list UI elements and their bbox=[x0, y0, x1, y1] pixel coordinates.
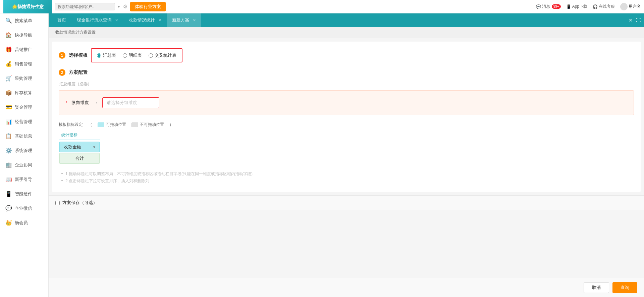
tab-bank-flow-label: 现金银行流水查询 bbox=[77, 17, 112, 23]
required-mark: * bbox=[66, 100, 67, 105]
download-button[interactable]: 📱 App下载 bbox=[566, 4, 587, 9]
service-button[interactable]: 🎧 在线客服 bbox=[593, 4, 615, 9]
sidebar-item-guide[interactable]: 📖 新手引导 bbox=[0, 172, 48, 187]
search-input[interactable] bbox=[55, 3, 115, 10]
legend-non-draggable: 不可拖动位置 bbox=[131, 122, 164, 128]
sidebar-item-quick-nav[interactable]: 🏠 快捷导航 bbox=[0, 28, 48, 42]
radio-cross-label: 交叉统计表 bbox=[155, 52, 176, 58]
cancel-button[interactable]: 取消 bbox=[584, 282, 609, 293]
step2-header: 2 方案配置 bbox=[59, 69, 634, 76]
radio-summary-label: 汇总表 bbox=[103, 52, 116, 58]
radio-summary[interactable]: 汇总表 bbox=[97, 52, 116, 58]
tips-section: 1.拖动标题栏可以调整布局，不可跨维度或指标区域拖动栏目字段(只能在同一维度或指… bbox=[59, 171, 634, 184]
sidebar-item-system[interactable]: ⚙️ 系统管理 bbox=[0, 143, 48, 158]
indicator-settings-title: 模板指标设定 bbox=[59, 122, 83, 128]
dimension-selector[interactable]: 请选择分组维度 bbox=[102, 97, 159, 108]
member-icon: 👑 bbox=[5, 219, 12, 226]
tip1: 1.拖动标题栏可以调整布局，不可跨维度或指标区域拖动栏目字段(只能在同一维度或指… bbox=[59, 171, 634, 177]
download-label: App下载 bbox=[572, 4, 587, 9]
sidebar-item-member[interactable]: 👑 畅会员 bbox=[0, 215, 48, 230]
download-icon: 📱 bbox=[566, 4, 571, 9]
tab-receipt-stats-label: 收款情况统计 bbox=[129, 17, 155, 23]
tab-receipt-stats[interactable]: 收款情况统计 ✕ bbox=[123, 13, 167, 27]
tab-bank-flow-close[interactable]: ✕ bbox=[115, 18, 118, 22]
operations-icon: 📊 bbox=[5, 118, 12, 125]
radio-summary-input[interactable] bbox=[97, 53, 101, 58]
sidebar-item-label: 资金管理 bbox=[15, 104, 32, 110]
sidebar-item-label: 畅会员 bbox=[15, 220, 28, 226]
step2-section: 2 方案配置 汇总维度（必选） * 纵向维度 → 请选择分组维度 bbox=[59, 69, 634, 184]
indicator-total: 合计 bbox=[59, 153, 100, 164]
settings-icon[interactable]: ⚙ bbox=[123, 3, 127, 10]
sidebar-item-label: 经营管理 bbox=[15, 119, 32, 125]
step1-badge: 1 bbox=[59, 52, 65, 59]
radio-detail-input[interactable] bbox=[123, 53, 127, 58]
indicator-legend: 模板指标设定 （ 可拖动位置 不可拖动位置 ） bbox=[59, 122, 634, 128]
message-button[interactable]: 💬 消息 99+ bbox=[536, 4, 561, 9]
tip2: 2.点击标题栏下拉可设置排序、插入列和删除列 bbox=[59, 178, 634, 184]
query-button[interactable]: 查询 bbox=[612, 282, 637, 293]
legend-end: ） bbox=[169, 122, 173, 128]
sidebar-item-enterprise[interactable]: 🏢 企业协同 bbox=[0, 158, 48, 172]
sidebar-item-label: 营销推广 bbox=[15, 47, 32, 53]
radio-cross-input[interactable] bbox=[149, 53, 153, 58]
form-section: 1 选择模板 汇总表 明细表 bbox=[52, 42, 641, 192]
vertical-dimension-label: 纵向维度 bbox=[71, 100, 89, 106]
legend-draggable: 可拖动位置 bbox=[98, 122, 126, 128]
tab-right-controls: ✕ ⛶ bbox=[629, 17, 644, 23]
sidebar-item-hardware[interactable]: 📱 智能硬件 bbox=[0, 187, 48, 201]
tab-bank-flow[interactable]: 现金银行流水查询 ✕ bbox=[71, 13, 123, 27]
dimension-section-title: 汇总维度（必选） bbox=[59, 81, 634, 87]
breadcrumb-text: 收款情况统计方案设置 bbox=[55, 30, 96, 35]
save-checkbox[interactable] bbox=[55, 201, 60, 205]
radio-detail[interactable]: 明细表 bbox=[123, 52, 142, 58]
sidebar-item-basic-info[interactable]: 📋 基础信息 bbox=[0, 129, 48, 143]
tab-receipt-stats-close[interactable]: ✕ bbox=[158, 18, 161, 22]
system-icon: ⚙️ bbox=[5, 147, 12, 154]
user-avatar bbox=[620, 3, 628, 10]
draggable-box bbox=[98, 122, 104, 127]
radio-cross[interactable]: 交叉统计表 bbox=[149, 52, 176, 58]
sidebar-item-sales[interactable]: 💰 销售管理 bbox=[0, 57, 48, 71]
tab-expand-icon[interactable]: ⛶ bbox=[636, 17, 641, 23]
message-badge: 99+ bbox=[552, 4, 561, 9]
legend-separator: （ bbox=[88, 122, 92, 128]
dimension-placeholder: 请选择分组维度 bbox=[107, 100, 137, 105]
top-bar: 🌟 畅捷通好生意 ▾ ⚙ 体验行业方案 💬 消息 99+ 📱 App下载 🎧 在… bbox=[0, 0, 644, 13]
tab-new-plan-close[interactable]: ✕ bbox=[193, 18, 196, 22]
page-content: 收款情况统计方案设置 1 选择模板 汇总表 bbox=[49, 27, 644, 278]
dropdown-arrow-icon[interactable]: ▾ bbox=[93, 145, 95, 149]
top-bar-left: 🌟 畅捷通好生意 ▾ ⚙ 体验行业方案 bbox=[3, 0, 166, 13]
sidebar-item-finance[interactable]: 💳 资金管理 bbox=[0, 100, 48, 114]
sidebar-item-marketing[interactable]: 🎁 营销推广 bbox=[0, 42, 48, 57]
sidebar-item-wechat[interactable]: 💬 企业微信 bbox=[0, 201, 48, 215]
enterprise-icon: 🏢 bbox=[5, 162, 12, 168]
sidebar: 🔍 搜索菜单 🏠 快捷导航 🎁 营销推广 💰 销售管理 🛒 采购管理 📦 库存核… bbox=[0, 13, 49, 297]
tab-close-icon[interactable]: ✕ bbox=[629, 17, 633, 23]
content-area: 首页 现金银行流水查询 ✕ 收款情况统计 ✕ 新建方案 ✕ ✕ ⛶ 收 bbox=[49, 13, 644, 297]
sidebar-item-operations[interactable]: 📊 经营管理 bbox=[0, 114, 48, 129]
purchase-icon: 🛒 bbox=[5, 75, 12, 82]
dimension-row: * 纵向维度 → 请选择分组维度 bbox=[66, 97, 627, 108]
tab-new-plan[interactable]: 新建方案 ✕ bbox=[167, 13, 201, 27]
template-selector: 汇总表 明细表 交叉统计表 bbox=[91, 48, 182, 62]
total-label: 合计 bbox=[75, 156, 84, 161]
tab-home[interactable]: 首页 bbox=[52, 13, 71, 27]
step2-badge: 2 bbox=[59, 69, 65, 76]
sidebar-item-search-menu[interactable]: 🔍 搜索菜单 bbox=[0, 13, 48, 28]
user-info[interactable]: 用户名 bbox=[620, 3, 641, 10]
logo-icon: 🌟 bbox=[12, 4, 17, 9]
wechat-icon: 💬 bbox=[5, 205, 12, 211]
sidebar-item-label: 销售管理 bbox=[15, 61, 32, 67]
indicator-cell-amount[interactable]: 收款金额 ▾ bbox=[59, 142, 100, 152]
save-label: 方案保存（可选） bbox=[62, 200, 97, 206]
section-label: 统计指标 bbox=[59, 131, 100, 140]
message-label: 消息 bbox=[542, 4, 550, 9]
search-dropdown-icon[interactable]: ▾ bbox=[118, 4, 120, 9]
marketing-icon: 🎁 bbox=[5, 46, 12, 53]
sidebar-item-purchase[interactable]: 🛒 采购管理 bbox=[0, 71, 48, 86]
trial-button[interactable]: 体验行业方案 bbox=[130, 2, 166, 11]
sidebar-item-label: 基础信息 bbox=[15, 133, 32, 139]
tab-new-plan-label: 新建方案 bbox=[172, 17, 190, 23]
sidebar-item-inventory[interactable]: 📦 库存核算 bbox=[0, 86, 48, 100]
